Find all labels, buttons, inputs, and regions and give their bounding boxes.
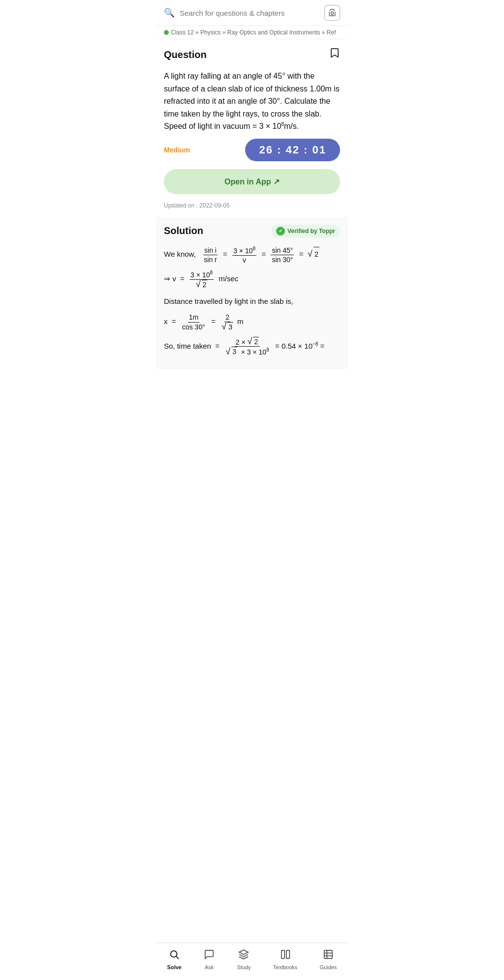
difficulty-badge: Medium (164, 146, 190, 154)
svg-rect-5 (324, 950, 333, 959)
timer-badge: 26 : 42 : 01 (245, 139, 340, 161)
fraction-v-value: 3 × 108 √2 (189, 269, 214, 290)
svg-point-1 (171, 951, 177, 957)
fraction-sini-sinr: sin i sin r (203, 246, 218, 264)
nav-label-ask: Ask (205, 964, 214, 970)
nav-label-guides: Guides (320, 964, 337, 970)
open-in-app-button[interactable]: Open in App ↗ (164, 169, 340, 194)
fraction-time: 2 × √2 √3 × 3 × 108 (224, 337, 270, 357)
question-header: Question (164, 47, 340, 62)
breadcrumb-dot (164, 30, 169, 35)
svg-point-0 (331, 12, 333, 14)
fraction-c-v: 3 × 108 v (232, 245, 256, 265)
math-content: We know, sin i sin r = 3 × 108 v = sin 4… (164, 245, 340, 356)
sqrt-3-2: √3 (225, 347, 237, 356)
sqrt-3-1: √3 (221, 322, 233, 331)
solution-title: Solution (164, 225, 203, 237)
nav-item-solve[interactable]: Solve (161, 947, 188, 972)
fraction-x-value: 1m cos 30° (181, 313, 206, 331)
sqrt-2-1: √2 (308, 247, 319, 261)
updated-on-label: Updated on : 2022-09-05 (164, 202, 340, 217)
nav-item-textbooks[interactable]: Textbooks (267, 947, 304, 972)
nav-item-guides[interactable]: Guides (314, 947, 343, 972)
nav-label-study: Study (237, 964, 251, 970)
verified-badge: ✓ Verified by Toppr (271, 225, 340, 238)
textbooks-icon (280, 949, 291, 963)
search-input[interactable] (180, 9, 319, 17)
main-content: Question A light ray falling at an angle… (156, 39, 348, 217)
timer-difficulty-row: Medium 26 : 42 : 01 (164, 139, 340, 161)
nav-label-textbooks: Textbooks (273, 964, 298, 970)
question-title: Question (164, 49, 207, 60)
bottom-nav: Solve Ask Study Textbooks (156, 943, 348, 980)
fraction-x-simplified: 2 √3 (220, 313, 234, 332)
verified-text: Verified by Toppr (287, 228, 335, 235)
camera-icon[interactable] (324, 5, 340, 21)
svg-rect-3 (281, 950, 284, 959)
ask-icon (204, 949, 215, 963)
solution-header: Solution ✓ Verified by Toppr (164, 225, 340, 238)
guides-icon (323, 949, 334, 963)
solve-icon (169, 949, 180, 963)
math-line-3: Distance travelled by light in the slab … (164, 295, 340, 308)
study-icon (238, 949, 249, 963)
nav-item-study[interactable]: Study (231, 947, 256, 972)
svg-line-2 (176, 956, 179, 959)
math-line-2: ⇒ v = 3 × 108 √2 m/sec (164, 269, 340, 290)
math-line-4: x = 1m cos 30° = 2 √3 m (164, 313, 340, 332)
math-line-1: We know, sin i sin r = 3 × 108 v = sin 4… (164, 245, 340, 265)
search-icon: 🔍 (164, 7, 175, 18)
svg-rect-4 (286, 950, 289, 959)
fraction-sin45-sin30: sin 45° sin 30° (271, 246, 294, 264)
nav-label-solve: Solve (167, 964, 182, 970)
question-text: A light ray falling at an angle of 45° w… (164, 70, 340, 133)
math-line-5: So, time taken = 2 × √2 √3 × 3 × 108 = 0… (164, 337, 340, 357)
search-bar: 🔍 (156, 0, 348, 26)
bookmark-icon[interactable] (329, 47, 340, 62)
sqrt-2-2: √2 (196, 280, 208, 289)
breadcrumb: Class 12 » Physics » Ray Optics and Opti… (156, 26, 348, 39)
verified-icon: ✓ (276, 227, 285, 236)
nav-item-ask[interactable]: Ask (198, 947, 220, 972)
solution-section: Solution ✓ Verified by Toppr We know, si… (156, 217, 348, 369)
